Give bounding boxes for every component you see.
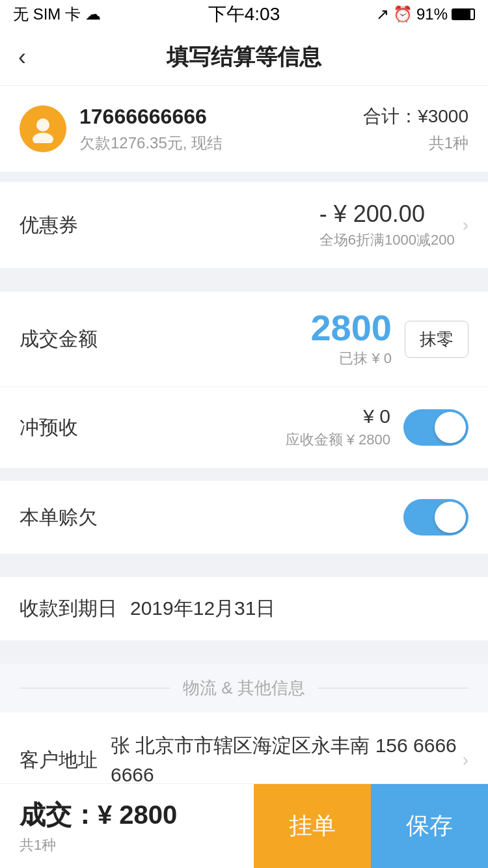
user-count: 共1种 <box>363 133 468 154</box>
battery-icon <box>452 8 475 20</box>
prepay-sub: 应收金额 ¥ 2800 <box>286 430 390 450</box>
section-gap-2 <box>0 468 488 481</box>
sim-status: 无 SIM 卡 ☁ <box>13 4 101 25</box>
due-date-row: 收款到期日 2019年12月31日 <box>0 577 488 640</box>
coupon-row[interactable]: 优惠券 - ¥ 200.00 全场6折满1000减200 › <box>0 182 488 268</box>
divider-line-right <box>318 688 468 688</box>
bottom-summary: 成交：¥ 2800 共1种 <box>0 797 254 855</box>
bottom-deal-amount: ¥ 2800 <box>98 800 177 829</box>
alarm-icon: ⏰ <box>393 5 413 23</box>
status-bar: 无 SIM 卡 ☁ 下午4:03 ↗ ⏰ 91% <box>0 0 488 29</box>
address-value: 张 北京市市辖区海淀区永丰南 156 6666 6666 <box>111 731 463 789</box>
bottom-deal-label: 成交： <box>20 800 98 829</box>
address-label: 客户地址 <box>20 747 98 774</box>
debt-toggle[interactable] <box>403 499 468 536</box>
debt-toggle-knob <box>435 502 466 533</box>
prepay-right: ¥ 0 应收金额 ¥ 2800 <box>286 405 468 450</box>
status-bar-right: ↗ ⏰ 91% <box>376 5 475 23</box>
user-card: 17666666666 欠款1276.35元, 现结 合计：¥3000 共1种 <box>0 86 488 172</box>
bottom-bar: 成交：¥ 2800 共1种 挂单 保存 <box>0 783 488 868</box>
user-total: 合计：¥3000 <box>363 104 468 129</box>
section-gap-3 <box>0 564 488 577</box>
amount-value: 2800 <box>310 310 392 346</box>
section-gap-4 <box>0 651 488 664</box>
svg-point-0 <box>36 118 49 131</box>
prepay-value-wrap: ¥ 0 应收金额 ¥ 2800 <box>286 405 390 450</box>
due-date-label: 收款到期日 <box>20 595 117 622</box>
status-bar-left: 无 SIM 卡 ☁ <box>13 4 101 25</box>
amount-row: 成交金额 2800 已抹 ¥ 0 抹零 <box>0 292 488 387</box>
battery-status: 91% <box>416 5 448 23</box>
avatar <box>20 105 66 152</box>
coupon-amount: - ¥ 200.00 <box>319 200 455 228</box>
coupon-label: 优惠券 <box>20 212 78 239</box>
user-phone: 17666666666 <box>79 105 223 129</box>
page-title: 填写结算等信息 <box>167 42 321 72</box>
form-section-amount: 成交金额 2800 已抹 ¥ 0 抹零 冲预收 ¥ 0 应收金额 ¥ 2800 <box>0 292 488 468</box>
due-date-value: 2019年12月31日 <box>130 595 275 622</box>
address-chevron-icon: › <box>463 750 468 770</box>
location-icon: ↗ <box>376 5 389 23</box>
debt-row: 本单赊欠 <box>0 481 488 554</box>
user-debt: 欠款1276.35元, 现结 <box>79 133 223 154</box>
save-button[interactable]: 保存 <box>371 784 488 869</box>
bottom-deal: 成交：¥ 2800 <box>20 797 234 833</box>
prepay-value: ¥ 0 <box>286 405 390 427</box>
svg-point-1 <box>33 133 53 143</box>
amount-right: 2800 已抹 ¥ 0 抹零 <box>310 310 468 368</box>
user-info-left: 17666666666 欠款1276.35元, 现结 <box>20 105 223 154</box>
user-total-area: 合计：¥3000 共1种 <box>363 104 468 154</box>
back-button[interactable]: ‹ <box>18 44 26 71</box>
amount-value-wrap: 2800 已抹 ¥ 0 <box>310 310 392 368</box>
section-gap-1 <box>0 278 488 292</box>
logistics-divider-text: 物流 & 其他信息 <box>183 677 305 699</box>
amount-sub: 已抹 ¥ 0 <box>310 349 392 368</box>
prepay-toggle[interactable] <box>403 409 468 446</box>
coupon-right: - ¥ 200.00 全场6折满1000减200 › <box>319 200 468 250</box>
logistics-divider: 物流 & 其他信息 <box>0 664 488 712</box>
user-info: 17666666666 欠款1276.35元, 现结 <box>79 105 223 154</box>
hang-button[interactable]: 挂单 <box>254 784 371 869</box>
status-bar-time: 下午4:03 <box>208 2 280 27</box>
amount-label: 成交金额 <box>20 326 98 353</box>
nav-bar: ‹ 填写结算等信息 <box>0 29 488 86</box>
prepay-row: 冲预收 ¥ 0 应收金额 ¥ 2800 <box>0 387 488 468</box>
toggle-knob <box>435 412 466 443</box>
content-area: 17666666666 欠款1276.35元, 现结 合计：¥3000 共1种 … <box>0 86 488 868</box>
coupon-desc: 全场6折满1000减200 <box>319 230 455 250</box>
prepay-label: 冲预收 <box>20 414 78 441</box>
debt-label: 本单赊欠 <box>20 504 98 531</box>
divider-line-left <box>20 688 170 688</box>
bottom-count: 共1种 <box>20 835 234 855</box>
round-button[interactable]: 抹零 <box>405 321 468 358</box>
chevron-right-icon: › <box>463 215 468 236</box>
